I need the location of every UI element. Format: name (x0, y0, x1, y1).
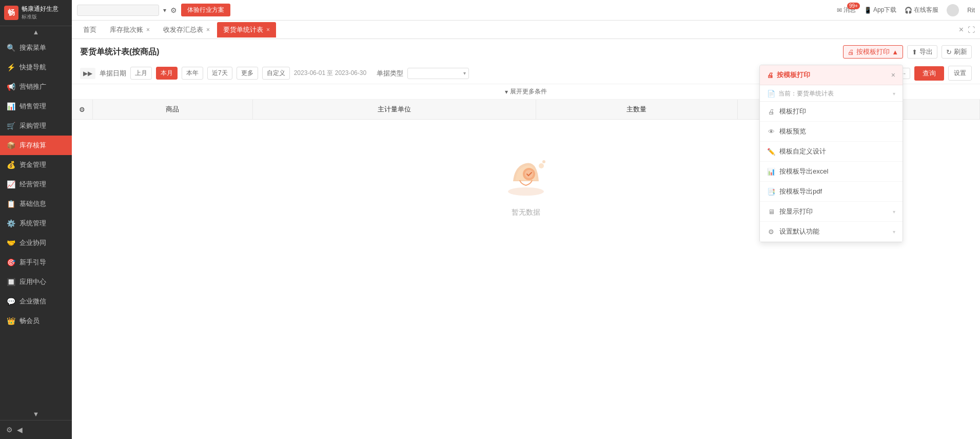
tab-order-stats[interactable]: 要货单统计表 × (217, 22, 276, 37)
sidebar-item-member[interactable]: 👑 畅会员 (0, 311, 72, 331)
print-template-design-item[interactable]: ✏️ 模板自定义设计 (760, 142, 903, 162)
app-logo-badge: 标准版 (22, 13, 58, 21)
sidebar-item-purchase[interactable]: 🛒 采购管理 (0, 116, 72, 136)
print-export-excel-item[interactable]: 📊 按模板导出excel (760, 162, 903, 182)
app-download-btn[interactable]: 📱 App下载 (864, 6, 896, 14)
sidebar-item-wxwork[interactable]: 💬 企业微信 (0, 292, 72, 311)
footer-settings-icon[interactable]: ⚙ (6, 426, 13, 434)
print-dropdown-close-btn[interactable]: × (891, 71, 895, 79)
print-dropdown-title-text: 按模板打印 (777, 70, 810, 80)
svg-point-3 (539, 163, 544, 168)
current-template-icon: 📄 (767, 90, 775, 98)
sidebar-item-label: 企业协同 (19, 238, 46, 247)
refresh-btn[interactable]: ↻ 刷新 (942, 45, 972, 59)
print-template-print-item[interactable]: 🖨 模板打印 (760, 102, 903, 122)
main-area: ▾ ⚙ 体验行业方案 ✉ 消息 99+ 📱 App下载 🎧 在线客服 Rit 首… (72, 0, 980, 439)
sidebar-item-finance[interactable]: 💰 资金管理 (0, 155, 72, 175)
date-range-label: 2023-06-01 至 2023-06-30 (294, 69, 366, 78)
service-icon: 🎧 (905, 7, 912, 14)
tab-inventory-batch[interactable]: 库存批次账 × (104, 22, 156, 37)
sidebar: 畅 畅康通好生意 标准版 ▲ 🔍 搜索菜单 ⚡ 快捷导航 📢 营销推广 📊 销售… (0, 0, 72, 439)
tab-summary[interactable]: 收发存汇总表 × (157, 22, 216, 37)
sidebar-item-label: 新手引导 (19, 258, 46, 267)
tab-order-stats-close[interactable]: × (266, 26, 270, 33)
message-btn[interactable]: ✉ 消息 99+ (837, 6, 856, 14)
sidebar-item-label: 资金管理 (19, 160, 46, 169)
display-print-label: 按显示打印 (779, 207, 813, 216)
sidebar-scroll-down[interactable]: ▼ (0, 408, 72, 420)
username-label[interactable]: Rit (967, 7, 975, 14)
sidebar-item-guide[interactable]: 🎯 新手引导 (0, 253, 72, 272)
template-print-label: 模板打印 (779, 107, 806, 116)
date-7days-btn[interactable]: 近7天 (207, 67, 232, 80)
window-maximize-btn[interactable]: ⛶ (968, 26, 975, 34)
sidebar-item-label: 经营管理 (19, 180, 46, 189)
page-actions: 🖨 按模板打印 ▲ 🖨 按模板打印 × (843, 45, 972, 59)
sidebar-item-label: 企业微信 (19, 297, 46, 306)
date-this-month-btn[interactable]: 本月 (156, 67, 178, 80)
print-dropdown-icon: 🖨 (767, 71, 774, 79)
expand-chevron-icon: ▾ (505, 88, 508, 96)
export-pdf-icon: 📑 (767, 187, 775, 196)
expand-more-conditions-btn[interactable]: ▾ 展开更多条件 (505, 87, 547, 96)
print-dropdown-header: 🖨 按模板打印 × (760, 65, 903, 85)
user-avatar[interactable] (947, 4, 959, 16)
filter-expand-icon-btn[interactable]: ▶▶ (80, 68, 95, 79)
template-design-label: 模板自定义设计 (779, 147, 826, 156)
date-this-year-btn[interactable]: 本年 (182, 67, 203, 80)
sidebar-item-inventory[interactable]: 📦 库存核算 (0, 136, 72, 155)
sidebar-item-operations[interactable]: 📈 经营管理 (0, 175, 72, 194)
refresh-icon: ↻ (946, 48, 952, 56)
display-print-icon: 🖥 (767, 207, 775, 216)
print-display-print-section[interactable]: 🖥 按显示打印 ▾ (760, 202, 903, 222)
template-design-icon: ✏️ (767, 147, 775, 156)
window-close-btn[interactable]: × (959, 25, 964, 34)
export-btn[interactable]: ⬆ 导出 (907, 45, 937, 59)
sidebar-item-search[interactable]: 🔍 搜索菜单 (0, 38, 72, 58)
export-excel-icon: 📊 (767, 167, 775, 176)
sidebar-item-appcenter[interactable]: 🔲 应用中心 (0, 272, 72, 292)
app-logo-text: 畅康通好生意 (22, 5, 58, 13)
tab-home[interactable]: 首页 (77, 22, 103, 37)
industry-btn[interactable]: 体验行业方案 (181, 4, 230, 16)
topbar-search-input[interactable] (77, 5, 159, 16)
topbar-dropdown-icon[interactable]: ▾ (163, 7, 166, 14)
tab-inventory-batch-close[interactable]: × (146, 26, 150, 33)
date-more-btn[interactable]: 更多 (237, 67, 258, 80)
query-btn[interactable]: 查询 (914, 66, 944, 81)
sidebar-item-sales[interactable]: 📊 销售管理 (0, 97, 72, 116)
date-last-month-btn[interactable]: 上月 (130, 67, 152, 80)
print-current-item[interactable]: 📄 当前：要货单统计表 ▾ (760, 85, 903, 102)
online-service-btn[interactable]: 🎧 在线客服 (905, 6, 938, 14)
date-custom-btn[interactable]: 自定义 (262, 67, 290, 80)
table-header-gear[interactable]: ⚙ (72, 100, 92, 120)
app-download-label: App下载 (873, 6, 896, 14)
topbar-gear-icon[interactable]: ⚙ (170, 6, 177, 14)
sidebar-item-enterprise[interactable]: 🤝 企业协同 (0, 233, 72, 253)
export-icon: ⬆ (912, 48, 917, 56)
type-filter-label: 单据类型 (377, 69, 403, 78)
sidebar-item-basicinfo[interactable]: 📋 基础信息 (0, 194, 72, 214)
tab-home-label: 首页 (83, 25, 96, 34)
print-template-preview-item[interactable]: 👁 模板预览 (760, 122, 903, 142)
topbar: ▾ ⚙ 体验行业方案 ✉ 消息 99+ 📱 App下载 🎧 在线客服 Rit (72, 0, 980, 21)
svg-point-0 (508, 187, 544, 196)
enterprise-icon: 🤝 (6, 238, 15, 247)
sidebar-item-quicknav[interactable]: ⚡ 快捷导航 (0, 58, 72, 77)
sidebar-item-system[interactable]: ⚙️ 系统管理 (0, 214, 72, 233)
print-template-btn[interactable]: 🖨 按模板打印 ▲ (843, 45, 903, 59)
print-export-pdf-item[interactable]: 📑 按模板导出pdf (760, 182, 903, 202)
tab-summary-close[interactable]: × (206, 26, 210, 33)
table-header-quantity: 主数量 (536, 100, 738, 120)
refresh-label: 刷新 (954, 47, 967, 56)
sidebar-nav: 🔍 搜索菜单 ⚡ 快捷导航 📢 营销推广 📊 销售管理 🛒 采购管理 📦 库存核… (0, 38, 72, 408)
sidebar-item-label: 畅会员 (19, 316, 40, 326)
type-select[interactable] (407, 68, 469, 79)
service-label: 在线客服 (914, 6, 938, 14)
print-set-default-section[interactable]: ⚙ 设置默认功能 ▾ (760, 222, 903, 242)
sidebar-scroll-up[interactable]: ▲ (0, 26, 72, 38)
settings-btn[interactable]: 设置 (948, 66, 972, 81)
sidebar-item-marketing[interactable]: 📢 营销推广 (0, 77, 72, 97)
page-content: 要货单统计表(按商品) 🖨 按模板打印 ▲ 🖨 按模板打印 (72, 39, 980, 439)
footer-collapse-icon[interactable]: ◀ (17, 426, 23, 434)
